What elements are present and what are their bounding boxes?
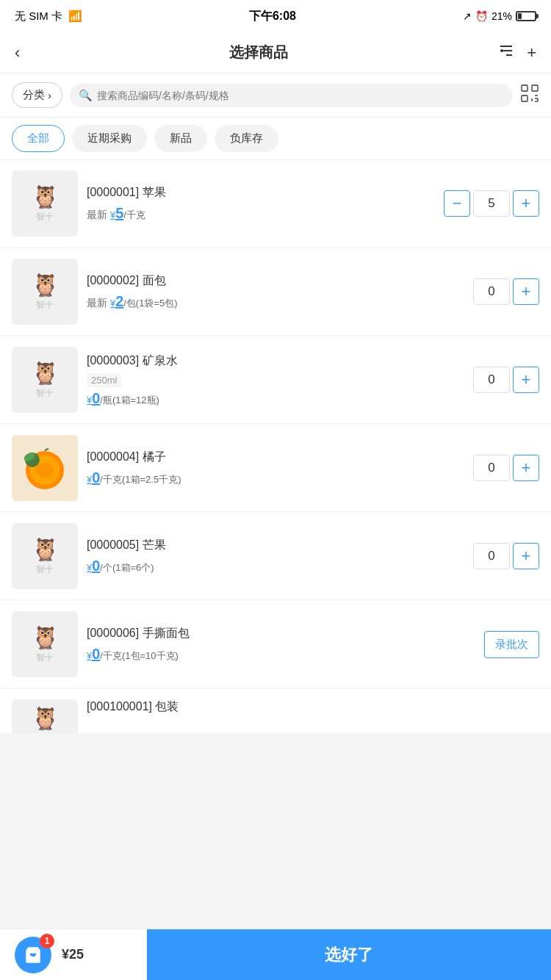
product-info: [000100001] 包装 [87, 699, 539, 719]
cart-total: ¥25 [62, 947, 84, 962]
filter-button[interactable] [497, 42, 515, 64]
quantity-display: 0 [473, 278, 510, 305]
price-value: 0 [92, 469, 100, 486]
scan-button[interactable] [520, 84, 539, 107]
tabs-bar: 全部 近期采购 新品 负库存 [0, 118, 551, 160]
owl-icon: 🦉 [32, 272, 59, 298]
tab-all[interactable]: 全部 [12, 125, 65, 152]
price-value: 0 [92, 646, 100, 662]
category-label: 分类 [23, 88, 45, 102]
status-right: ↗ ⏰ 21% [463, 10, 536, 22]
quantity-increase-button[interactable]: + [513, 190, 539, 217]
product-list: 🦉 智十 [0000001] 苹果 最新 ¥5/千克 − + 🦉 智十 [000… [0, 160, 551, 733]
nav-left: ‹ [15, 43, 20, 62]
quantity-increase-button[interactable]: + [513, 455, 539, 481]
owl-icon: 🦉 [32, 705, 59, 731]
nav-right: + [497, 42, 536, 64]
product-price: ¥0/个(1箱=6个) [87, 558, 461, 574]
battery-tip [536, 14, 539, 18]
product-thumbnail: 🦉 智十 [12, 523, 78, 589]
list-item: 🦉 智十 [0000006] 手撕面包 ¥0/千克(1包=10千克) 录批次 [0, 601, 551, 688]
product-price: ¥0/千克(1包=10千克) [87, 646, 475, 663]
price-value: 0 [92, 558, 100, 574]
wifi-icon: 📶 [68, 10, 82, 23]
category-button[interactable]: 分类 › [12, 82, 62, 108]
price-label: 最新 [87, 297, 107, 309]
product-name: [0000001] 苹果 [87, 185, 435, 201]
cart-icon [24, 945, 43, 965]
battery-bar [516, 11, 536, 21]
price-unit: /包(1袋=5包) [123, 298, 177, 309]
price-unit: /瓶(1箱=12瓶) [100, 394, 159, 406]
quantity-increase-button[interactable]: + [513, 367, 539, 393]
product-name: [0000003] 矿泉水 [87, 353, 461, 369]
nav-bar: ‹ 选择商品 + [0, 32, 551, 73]
quantity-control: − + [444, 190, 539, 217]
quantity-input[interactable] [473, 190, 510, 217]
orange-image [19, 442, 71, 494]
owl-placeholder: 🦉 智十 [12, 523, 78, 589]
tab-new[interactable]: 新品 [154, 125, 207, 152]
product-price: ¥0/千克(1箱=2.5千克) [87, 469, 461, 486]
product-name: [0000004] 橘子 [87, 450, 461, 465]
owl-placeholder: 🦉 智十 [12, 611, 78, 677]
svg-rect-6 [522, 96, 527, 101]
quantity-increase-button[interactable]: + [513, 543, 539, 569]
status-bar: 无 SIM 卡 📶 下午6:08 ↗ ⏰ 21% [0, 0, 551, 32]
product-info: [0000003] 矿泉水 250ml ¥0/瓶(1箱=12瓶) [87, 353, 461, 407]
svg-point-3 [500, 49, 503, 52]
list-item: [0000004] 橘子 ¥0/千克(1箱=2.5千克) 0 + [0, 425, 551, 511]
price-unit: /个(1箱=6个) [100, 562, 154, 573]
category-arrow: › [48, 89, 51, 101]
status-left: 无 SIM 卡 📶 [15, 10, 82, 24]
owl-placeholder: 🦉 智十 [12, 170, 78, 237]
owl-placeholder: 🦉 智十 [12, 347, 78, 413]
product-info: [0000005] 芒果 ¥0/个(1箱=6个) [87, 538, 461, 574]
product-thumbnail: 🦉 [12, 699, 78, 733]
batch-button[interactable]: 录批次 [484, 631, 539, 658]
product-name: [000100001] 包装 [87, 699, 539, 715]
tab-negative[interactable]: 负库存 [215, 125, 278, 152]
search-input[interactable] [97, 90, 504, 101]
product-spec: 250ml [87, 373, 121, 387]
status-time: 下午6:08 [249, 9, 296, 24]
tab-recent[interactable]: 近期采购 [72, 125, 147, 152]
product-info: [0000006] 手撕面包 ¥0/千克(1包=10千克) [87, 626, 475, 663]
list-item: 🦉 智十 [0000003] 矿泉水 250ml ¥0/瓶(1箱=12瓶) 0 … [0, 336, 551, 423]
owl-icon: 🦉 [32, 536, 59, 562]
product-info: [0000001] 苹果 最新 ¥5/千克 [87, 185, 435, 222]
page-title: 选择商品 [229, 43, 288, 62]
add-button[interactable]: + [527, 43, 536, 62]
product-thumbnail [12, 435, 78, 501]
price-unit: /千克(1包=10千克) [100, 650, 179, 661]
back-button[interactable]: ‹ [15, 43, 20, 62]
list-item: 🦉 智十 [0000005] 芒果 ¥0/个(1箱=6个) 0 + [0, 513, 551, 599]
product-price: 最新 ¥2/包(1袋=5包) [87, 293, 461, 310]
price-label: 最新 [87, 209, 107, 220]
product-name: [0000006] 手撕面包 [87, 626, 475, 641]
bottom-bar: 1 ¥25 选好了 [0, 929, 551, 980]
list-item: 🦉 智十 [0000001] 苹果 最新 ¥5/千克 − + [0, 160, 551, 247]
product-name: [0000005] 芒果 [87, 538, 461, 553]
quantity-control: 0 + [470, 367, 539, 393]
quantity-increase-button[interactable]: + [513, 278, 539, 305]
alarm-icon: ⏰ [475, 10, 488, 22]
location-icon: ↗ [463, 10, 472, 22]
svg-rect-4 [522, 85, 527, 91]
product-name: [0000002] 面包 [87, 273, 461, 289]
confirm-button[interactable]: 选好了 [147, 929, 551, 981]
search-box: 🔍 [70, 84, 513, 107]
product-price: 最新 ¥5/千克 [87, 205, 435, 222]
owl-placeholder: 🦉 [12, 699, 78, 733]
quantity-display: 0 [473, 367, 510, 393]
search-icon: 🔍 [79, 89, 93, 102]
quantity-decrease-button[interactable]: − [444, 190, 470, 217]
battery-percent: 21% [491, 10, 512, 22]
product-thumbnail: 🦉 智十 [12, 611, 78, 677]
quantity-display: 0 [473, 455, 510, 481]
cart-button[interactable]: 1 [15, 937, 51, 973]
cart-area: 1 ¥25 [0, 937, 147, 973]
product-price: ¥0/瓶(1箱=12瓶) [87, 390, 461, 407]
svg-point-15 [36, 463, 54, 478]
list-item: 🦉 [000100001] 包装 [0, 689, 551, 733]
